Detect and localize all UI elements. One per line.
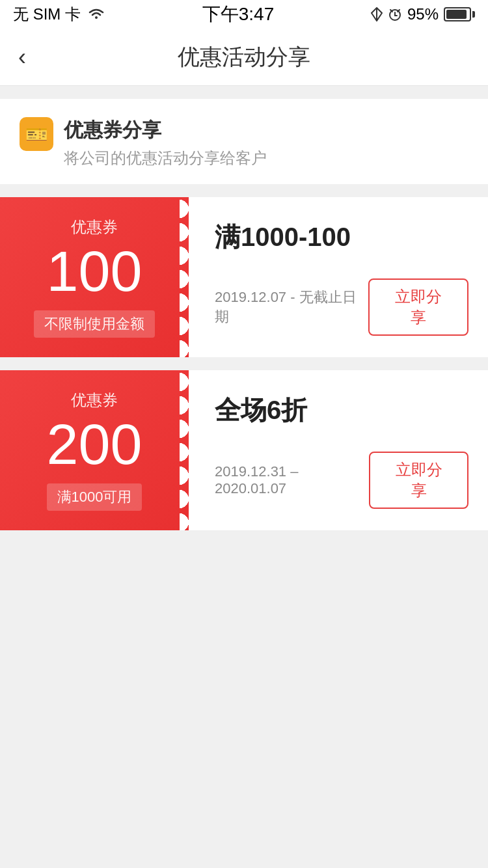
coupon-right-2: 全场6折 2019.12.31 – 2020.01.07 立即分享 (189, 370, 488, 530)
battery-percent: 95% (407, 5, 439, 23)
coupon-amount-1: 100 (47, 243, 142, 300)
section-header: 🎫 优惠券分享 将公司的优惠活动分享给客户 (0, 99, 488, 184)
bottom-area (0, 556, 488, 868)
coupon-condition-1: 不限制使用金额 (34, 310, 155, 338)
coupon-card-1: 优惠券 100 不限制使用金额 满1000-100 2019.12.07 - 无… (0, 197, 488, 357)
section-title: 优惠券分享 (64, 117, 267, 144)
coupon-date-1: 2019.12.07 - 无截止日期 (215, 288, 368, 327)
coupon-left-1: 优惠券 100 不限制使用金额 (0, 197, 189, 357)
coupon-type-2: 优惠券 (71, 390, 118, 411)
coupon-share-icon: 🎫 (20, 117, 53, 151)
section-subtitle: 将公司的优惠活动分享给客户 (64, 148, 267, 169)
status-time: 下午3:47 (202, 2, 275, 27)
coupon-name-2: 全场6折 (215, 392, 468, 428)
section-text: 优惠券分享 将公司的优惠活动分享给客户 (64, 117, 267, 169)
coupon-left-2: 优惠券 200 满1000可用 (0, 370, 189, 530)
coupon-footer-2: 2019.12.31 – 2020.01.07 立即分享 (215, 452, 468, 509)
status-left: 无 SIM 卡 (13, 4, 105, 25)
back-button[interactable]: ‹ (18, 44, 26, 71)
coupon-date-2: 2019.12.31 – 2020.01.07 (215, 463, 369, 497)
coupon-condition-2: 满1000可用 (47, 483, 142, 511)
share-button-1[interactable]: 立即分享 (368, 278, 468, 336)
coupon-right-1: 满1000-100 2019.12.07 - 无截止日期 立即分享 (189, 197, 488, 357)
page-title: 优惠活动分享 (178, 42, 310, 72)
coupon-card-2: 优惠券 200 满1000可用 全场6折 2019.12.31 – 2020.0… (0, 370, 488, 530)
battery-icon (444, 7, 475, 21)
coupon-type-1: 优惠券 (71, 217, 118, 237)
status-right: 95% (371, 5, 475, 23)
location-icon (371, 7, 383, 21)
nav-bar: ‹ 优惠活动分享 (0, 29, 488, 86)
coupon-footer-1: 2019.12.07 - 无截止日期 立即分享 (215, 278, 468, 336)
wifi-icon (87, 7, 105, 21)
status-bar: 无 SIM 卡 下午3:47 95% (0, 0, 488, 29)
coupons-container: 优惠券 100 不限制使用金额 满1000-100 2019.12.07 - 无… (0, 197, 488, 556)
alarm-icon (388, 7, 402, 21)
carrier-label: 无 SIM 卡 (13, 4, 81, 25)
coupon-name-1: 满1000-100 (215, 219, 468, 255)
coupon-amount-2: 200 (47, 416, 142, 473)
share-button-2[interactable]: 立即分享 (369, 452, 468, 509)
